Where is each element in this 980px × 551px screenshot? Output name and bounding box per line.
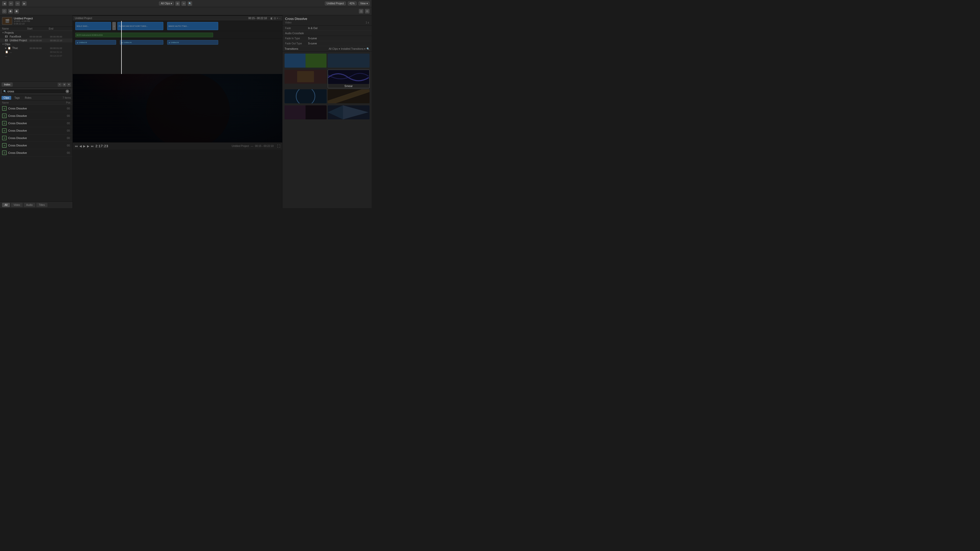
prev-frame-btn[interactable]: ◀	[80, 144, 82, 148]
svg-rect-11	[285, 89, 327, 103]
inspector-audio-section: Audio Crossfade	[283, 31, 372, 36]
clip-row-3[interactable]: ... 00:13:22:07	[0, 54, 73, 58]
trans-filter-btn[interactable]: All Clips ▾	[329, 48, 340, 50]
audio-track-2a[interactable]: ▲ Untitled AI	[75, 40, 116, 44]
transition-marker-1[interactable]: ▪	[112, 22, 116, 30]
bf-titles-tab[interactable]: Titles	[36, 203, 48, 207]
timeline-controls: ◧ ⊡ + -	[270, 17, 280, 20]
trans-label-7	[328, 119, 370, 121]
col-name-header: Name	[2, 27, 27, 30]
result-item-1[interactable]: ⊠ Cross Dissolve 00:	[0, 112, 73, 120]
bf-all-tab[interactable]: All	[2, 203, 10, 207]
search-icon[interactable]: 🔍	[188, 1, 192, 6]
all-clips-dropdown[interactable]: All Clips ▾	[159, 2, 174, 5]
timeline-project-label: Untitled Project	[75, 17, 92, 20]
transition-thumb-5[interactable]	[328, 89, 370, 104]
transition-thumb-4[interactable]	[285, 89, 327, 104]
result-item-3[interactable]: ⊠ Cross Dissolve 00:	[0, 127, 73, 135]
tool4-icon[interactable]: ◫	[359, 9, 363, 14]
library-area: 🎬 Untitled Project 1/19/5, 4:19 PM 0:08:…	[0, 15, 73, 82]
tool5-icon[interactable]: ⊡	[365, 9, 369, 14]
view-dropdown[interactable]: View ▾	[359, 2, 370, 5]
result-icon-6: ⊠	[2, 151, 6, 155]
trans-img-6	[285, 105, 327, 119]
trans-installed-btn[interactable]: Installed Transitions ▾	[341, 48, 366, 50]
result-item-2[interactable]: ⊠ Cross Dissolve 00:	[0, 120, 73, 127]
transition-thumb-smear[interactable]: Smear	[328, 70, 370, 88]
filter-roles-tab[interactable]: Roles	[23, 96, 33, 100]
playhead[interactable]	[121, 21, 122, 74]
svg-rect-4	[285, 54, 305, 68]
fullscreen-btn[interactable]: ⛶	[277, 144, 280, 148]
timeline-zoom-in[interactable]: +	[277, 17, 278, 20]
result-item-0[interactable]: ⊠ Cross Dissolve 00:	[0, 105, 73, 112]
go-start-btn[interactable]: ⏮	[75, 144, 78, 148]
view-grid-icon[interactable]: ⊞	[62, 83, 66, 87]
zoom-dropdown[interactable]: 41%	[348, 2, 356, 5]
go-end-btn[interactable]: ⏭	[91, 144, 94, 148]
audio-track-2b[interactable]: ▲ Untitled AI	[120, 40, 163, 44]
left-panel: 🎬 Untitled Project 1/19/5, 4:19 PM 0:08:…	[0, 15, 73, 208]
clip-track-1a[interactable]: SOLO SHO...	[75, 22, 111, 30]
clip-row-2[interactable]: 📋 ... 00:04:31:11	[0, 50, 73, 54]
result-item-4[interactable]: ⊠ Cross Dissolve 00:	[0, 135, 73, 142]
filter-clips-tab[interactable]: Clips	[2, 96, 11, 100]
timeline-btn2[interactable]: ⊡	[274, 17, 276, 20]
play-icon[interactable]: ▶	[22, 1, 27, 6]
result-name-0: Cross Dissolve	[8, 107, 60, 110]
result-pos-6: 00:	[60, 151, 70, 154]
search-input[interactable]	[7, 90, 65, 93]
thuc-name: Thuc	[12, 47, 30, 49]
tool1-icon[interactable]: ⬡	[2, 9, 6, 14]
undo-icon[interactable]: ↩	[9, 1, 13, 6]
facebook-item[interactable]: 🎞 FaceBook 00:00:00:00 00:00:05:00	[0, 35, 73, 38]
clip-track-1c[interactable]: MAVIC AUTO 7T&O...	[167, 22, 218, 30]
view-options-icon[interactable]: ▼	[67, 83, 71, 87]
next-frame-btn[interactable]: ▶	[87, 144, 89, 148]
grid-icon[interactable]: ⊞	[175, 1, 180, 6]
transition-thumb-2[interactable]	[285, 70, 327, 88]
timeline-btn1[interactable]: ◧	[270, 17, 273, 20]
filter-tags-tab[interactable]: Tags	[12, 96, 22, 100]
back-icon[interactable]: ◀	[2, 1, 6, 6]
bottom-filter: All Video Audio Titles	[0, 202, 73, 208]
tool3-icon[interactable]: ⬣	[14, 9, 19, 14]
bf-audio-tab[interactable]: Audio	[24, 203, 35, 207]
inspector-fade-in-row: Fade In Type S-curve	[283, 36, 372, 41]
transition-thumb-7[interactable]	[328, 105, 370, 121]
clip-track-1b[interactable]: FLOWCAM 00:07 KOR T1903...	[118, 22, 163, 30]
trans-img-7	[328, 105, 370, 119]
transition-thumb-6[interactable]	[285, 105, 327, 121]
project-dropdown[interactable]: Untitled Project	[325, 2, 346, 5]
inspector-header: Cross Dissolve Video 1 s	[283, 15, 372, 26]
audio-track-2c[interactable]: ▲ Untitled AI	[167, 40, 218, 44]
redo-icon[interactable]: ↪	[15, 1, 20, 6]
view-list-icon[interactable]: ≡	[58, 83, 62, 87]
play-btn[interactable]: ▶	[83, 144, 86, 148]
item-count: 7 Items	[62, 97, 71, 99]
timeline-zoom-out[interactable]: -	[280, 17, 280, 20]
result-item-6[interactable]: ⊠ Cross Dissolve 00:	[0, 149, 73, 157]
index-tab[interactable]: Index	[2, 83, 13, 87]
list-icon[interactable]: ≡	[181, 1, 186, 6]
clip2-time: 00:04:31:11	[50, 51, 70, 53]
result-item-5[interactable]: ⊠ Cross Dissolve 00:	[0, 142, 73, 149]
trans-search-btn[interactable]: 🔍	[366, 48, 369, 50]
thuc-item[interactable]: ▶ 📋 Thuc 00:00:00:00 00:00:01:02	[0, 46, 73, 50]
transition-thumb-1[interactable]	[328, 54, 370, 68]
bf-video-tab[interactable]: Video	[11, 203, 22, 207]
projects-header-item[interactable]: ▼ Projects	[0, 31, 73, 35]
index-panel: Index ≡ ⊞ ▼ 🔍 ✕ Clips Tags	[0, 82, 73, 208]
results-name-header: Name	[2, 101, 60, 104]
svg-rect-10	[328, 70, 369, 84]
clip3-name: ...	[5, 54, 50, 57]
inspector-fade-out-row: Fade Out Type S-curve	[283, 41, 372, 46]
transition-thumb-0[interactable]	[285, 54, 327, 68]
audio-track-1[interactable]: BCR Instrument EOBOLESS	[75, 33, 213, 37]
search-clear-button[interactable]: ✕	[65, 89, 69, 93]
untitled-item[interactable]: 🎞 Untitled Project 00:00:00:00 00:08:22:…	[0, 38, 73, 42]
tool2-icon[interactable]: ⬢	[8, 9, 13, 14]
clips-header-item[interactable]: ▼ Clips	[0, 42, 73, 46]
preview-timecode: 2:17:23	[95, 144, 108, 148]
result-icon-1: ⊠	[2, 114, 6, 118]
